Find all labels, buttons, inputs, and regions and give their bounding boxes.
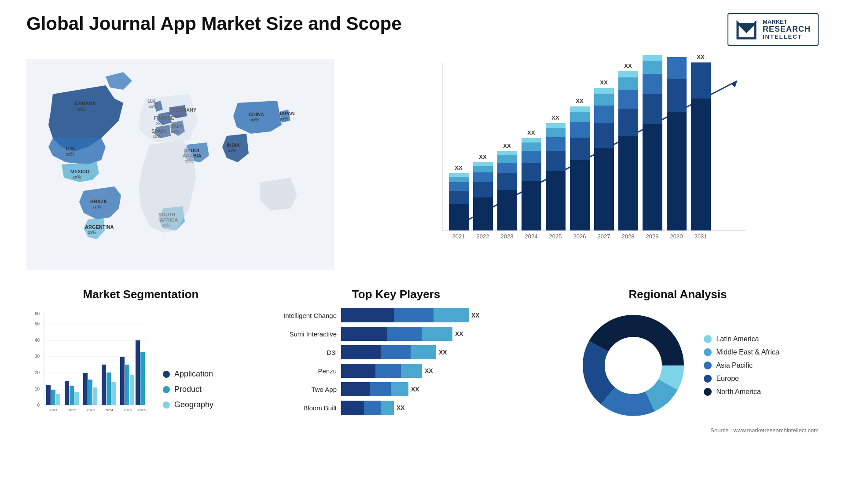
bar-seg-light-2 xyxy=(411,345,436,359)
player-xx-2: XX xyxy=(439,349,447,356)
china-value: xx% xyxy=(251,117,259,122)
player-bar-2 xyxy=(341,345,436,359)
bar-2022-seg1 xyxy=(473,197,493,230)
svg-rect-16 xyxy=(522,138,541,142)
player-row-penzu: Penzu XX xyxy=(268,364,524,378)
svg-rect-19 xyxy=(546,137,566,151)
europe-label: Europe xyxy=(716,375,739,383)
svg-rect-30 xyxy=(594,94,614,106)
top-section: CANADA xx% U.S. xx% MEXICO xx% BRAZIL xx… xyxy=(26,55,819,274)
bar-2021-seg4 xyxy=(449,177,469,182)
svg-rect-81 xyxy=(136,340,140,405)
bar-2031-year: 2031 xyxy=(694,233,707,240)
reg-legend-europe: Europe xyxy=(704,375,779,383)
svg-rect-32 xyxy=(618,136,638,230)
svg-rect-73 xyxy=(102,365,106,405)
bar-2026-year: 2026 xyxy=(573,233,586,240)
map-container: CANADA xx% U.S. xx% MEXICO xx% BRAZIL xx… xyxy=(26,55,334,274)
page: Global Journal App Market Size and Scope… xyxy=(0,0,845,504)
bar-2021-label: XX xyxy=(455,164,463,171)
bar-2025-label: XX xyxy=(551,114,559,121)
bar-seg-dark-2 xyxy=(341,345,381,359)
svg-rect-70 xyxy=(88,380,92,405)
player-bar-1 xyxy=(341,327,452,341)
india-label: INDIA xyxy=(227,142,240,148)
bar-seg-mid-4 xyxy=(370,382,391,396)
bar-seg-mid-5 xyxy=(364,401,381,415)
player-xx-0: XX xyxy=(471,312,480,319)
svg-rect-33 xyxy=(618,109,638,136)
player-xx-4: XX xyxy=(411,386,419,393)
svg-rect-25 xyxy=(570,112,590,122)
svg-rect-23 xyxy=(570,138,590,160)
svg-rect-20 xyxy=(546,128,566,137)
legend-product: Product xyxy=(163,385,213,394)
bar-2022-seg5 xyxy=(473,162,493,166)
svg-rect-8 xyxy=(497,173,517,190)
us-value: xx% xyxy=(66,152,74,157)
svg-rect-39 xyxy=(643,74,662,94)
reg-legend-north-america: North America xyxy=(704,388,779,396)
svg-rect-42 xyxy=(667,112,687,230)
player-name-0: Intelligent Change xyxy=(268,312,337,319)
svg-rect-37 xyxy=(643,124,662,230)
svg-text:20: 20 xyxy=(35,370,40,375)
svg-rect-28 xyxy=(594,123,614,148)
seg-legend: Application Product Geography xyxy=(163,369,213,423)
bar-2021-seg5 xyxy=(449,173,469,177)
reg-legend-mea: Middle East & Africa xyxy=(704,348,779,356)
world-map: CANADA xx% U.S. xx% MEXICO xx% BRAZIL xx… xyxy=(26,55,334,274)
japan-value: xx% xyxy=(280,117,288,121)
svg-rect-66 xyxy=(70,386,74,405)
argentina-label: ARGENTINA xyxy=(85,224,114,230)
svg-rect-24 xyxy=(570,122,590,138)
donut-svg xyxy=(576,308,691,423)
player-bar-wrap-3: XX xyxy=(341,364,524,378)
bar-seg-mid-0 xyxy=(394,308,434,322)
svg-text:10: 10 xyxy=(35,387,40,391)
bar-chart-svg: XX 2021 XX 2022 XX 2023 xyxy=(352,55,819,266)
svg-rect-15 xyxy=(522,142,541,151)
players-title: Top Key Players xyxy=(268,288,524,301)
player-row-d3i: D3i XX xyxy=(268,345,524,359)
application-label: Application xyxy=(174,369,213,379)
svg-rect-65 xyxy=(65,381,69,405)
bar-seg-light-3 xyxy=(401,364,422,378)
svg-text:2024: 2024 xyxy=(105,408,113,412)
svg-rect-63 xyxy=(56,394,60,405)
bar-2025-year: 2025 xyxy=(549,233,562,240)
svg-rect-78 xyxy=(125,365,129,405)
argentina-value: xx% xyxy=(88,230,96,235)
svg-text:2022: 2022 xyxy=(68,408,76,412)
svg-text:50: 50 xyxy=(35,321,40,326)
player-name-1: Sumi Interactive xyxy=(268,330,337,338)
bar-2022-seg4 xyxy=(473,166,493,172)
svg-rect-71 xyxy=(93,387,97,405)
svg-rect-35 xyxy=(618,77,638,90)
player-bar-wrap-1: XX xyxy=(341,327,524,341)
svg-rect-26 xyxy=(570,106,590,112)
canada-value: xx% xyxy=(77,107,85,112)
bar-2027-label: XX xyxy=(600,79,608,86)
bar-2028-label: XX xyxy=(624,62,632,69)
seg-chart-svg: 0 10 20 30 40 50 60 xyxy=(26,308,150,423)
player-bar-wrap-5: XX xyxy=(341,401,524,415)
bar-2030-year: 2030 xyxy=(670,233,683,240)
player-bar-4 xyxy=(341,382,408,396)
india-value: xx% xyxy=(228,148,236,153)
page-title: Global Journal App Market Size and Scope xyxy=(26,13,402,34)
logo-text: MARKET RESEARCH INTELLECT xyxy=(763,19,811,40)
bar-2022-year: 2022 xyxy=(477,233,489,240)
legend-application: Application xyxy=(163,369,213,379)
svg-rect-22 xyxy=(570,160,590,230)
legend-geography: Geography xyxy=(163,400,213,409)
bar-2022-seg3 xyxy=(473,172,493,182)
bar-2023-year: 2023 xyxy=(501,233,514,240)
svg-rect-18 xyxy=(546,151,566,171)
latin-label: Latin America xyxy=(716,335,759,343)
svg-rect-21 xyxy=(546,123,566,128)
player-row-bloombuilt: Bloom Built XX xyxy=(268,401,524,415)
bar-seg-mid-2 xyxy=(381,345,411,359)
bar-chart-container: XX 2021 XX 2022 XX 2023 xyxy=(352,55,819,274)
player-row-twoapp: Two App XX xyxy=(268,382,524,396)
